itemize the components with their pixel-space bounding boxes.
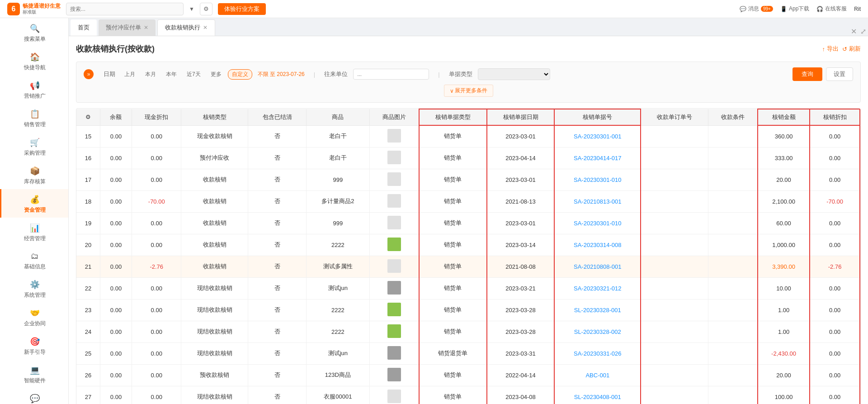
sidebar-item-label: 基础信息: [24, 263, 46, 271]
tab-close-receipt[interactable]: ✕: [203, 24, 208, 31]
cell-verify-bill-no[interactable]: SA-20230321-012: [554, 277, 641, 299]
date-tag-last-month[interactable]: 上月: [121, 70, 139, 79]
sidebar-item-label: 搜索菜单: [24, 35, 46, 43]
cell-verify-amount: 10.00: [758, 277, 810, 299]
sidebar-item-guide[interactable]: 🎯 新手引导: [0, 331, 68, 360]
cell-verify-bill-no[interactable]: SA-20230301-010: [554, 212, 641, 234]
col-receipt-condition: 收款条件: [708, 109, 758, 125]
table-row: 24 0.00 0.00 现结收款核销 否 2222 销货单 2023-03-2…: [76, 321, 860, 342]
cell-goods-img: [369, 169, 419, 190]
cell-verify-bill-no[interactable]: SL-20230408-001: [554, 386, 641, 404]
maximize-window-icon[interactable]: ⤢: [860, 27, 866, 36]
cell-verify-bill-date: 2023-04-14: [487, 147, 555, 169]
home-icon: 🏠: [30, 52, 40, 62]
partner-filter-input[interactable]: [353, 69, 429, 80]
cell-no: 18: [76, 190, 100, 212]
cell-cash-discount: 0.00: [132, 125, 181, 147]
cell-verify-bill-no[interactable]: SA-20210808-001: [554, 256, 641, 277]
cell-verify-bill-no[interactable]: SL-20230328-001: [554, 299, 641, 321]
tab-receipt[interactable]: 收款核销执行 ✕: [157, 19, 215, 36]
cell-no: 22: [76, 277, 100, 299]
date-tag-7days[interactable]: 近7天: [183, 70, 204, 79]
cell-goods-img: [369, 190, 419, 212]
cell-verify-bill-type: 销货单: [419, 212, 487, 234]
cell-verify-bill-no[interactable]: SA-20230414-017: [554, 147, 641, 169]
sidebar-item-base[interactable]: 🗂 基础信息: [0, 246, 68, 274]
cell-include-settled: 否: [248, 386, 307, 404]
top-dropdown[interactable]: ▼: [189, 6, 194, 12]
sidebar-item-management[interactable]: 📊 经营管理: [0, 218, 68, 246]
close-window-icon[interactable]: ✕: [851, 27, 857, 36]
cell-verify-bill-no[interactable]: SA-20230301-010: [554, 169, 641, 190]
cell-verify-bill-no[interactable]: SL-20230328-002: [554, 321, 641, 342]
export-button[interactable]: ↑ 导出: [822, 45, 839, 53]
tab-prepay[interactable]: 预付冲应付单 ✕: [99, 19, 156, 36]
expand-filter-button[interactable]: ∨ 展开更多条件: [444, 85, 493, 97]
cell-verify-amount: 100.00: [758, 386, 810, 404]
sidebar-item-wechat[interactable]: 💬 企业微信: [0, 388, 68, 404]
date-tag-custom[interactable]: 自定义: [228, 69, 252, 80]
sidebar-item-hardware[interactable]: 💻 智能硬件: [0, 360, 68, 388]
cell-balance: 0.00: [100, 169, 132, 190]
cell-verify-discount: 0.00: [810, 147, 860, 169]
cell-verify-amount: 1,000.00: [758, 234, 810, 256]
sidebar-item-nav[interactable]: 🏠 快捷导航: [0, 47, 68, 75]
cell-verify-discount: -2.76: [810, 256, 860, 277]
export-icon: ↑: [822, 46, 826, 52]
cell-receipt-condition: [708, 190, 758, 212]
gear-button[interactable]: ⚙: [200, 3, 212, 15]
cell-no: 16: [76, 147, 100, 169]
messages-button[interactable]: 💬 消息 99+: [740, 5, 773, 13]
cell-verify-bill-date: 2023-03-01: [487, 169, 555, 190]
toggle-filter-button[interactable]: »: [84, 69, 94, 79]
table-row: 15 0.00 0.00 现金收款核销 否 老白干 销货单 2023-03-01…: [76, 125, 860, 147]
user-avatar[interactable]: Rit: [854, 6, 861, 12]
cell-goods: 衣服00001: [307, 386, 370, 404]
cell-verify-bill-date: 2022-04-14: [487, 364, 555, 386]
online-service-button[interactable]: 🎧 在线客服: [816, 5, 847, 13]
setting-button[interactable]: 设置: [826, 67, 853, 81]
cell-balance: 0.00: [100, 190, 132, 212]
sidebar-item-inventory[interactable]: 📦 库存核算: [0, 161, 68, 189]
logo-text: 畅捷通谱好生意 标准版: [23, 3, 61, 14]
sidebar-item-finance[interactable]: 💰 资金管理: [0, 189, 68, 218]
top-search-input[interactable]: [66, 3, 184, 15]
sidebar-item-sales[interactable]: 📋 销售管理: [0, 104, 68, 132]
cell-verify-bill-type: 销货单: [419, 256, 487, 277]
cell-no: 23: [76, 299, 100, 321]
refresh-button[interactable]: ↺ 刷新: [842, 45, 861, 53]
cell-cash-discount: 0.00: [132, 386, 181, 404]
cell-receipt-condition: [708, 342, 758, 364]
cell-verify-bill-no[interactable]: SA-20210813-001: [554, 190, 641, 212]
table-row: 25 0.00 0.00 现结收款核销 否 测试jun 销货退货单 2023-0…: [76, 342, 860, 364]
cell-verify-bill-date: 2023-03-28: [487, 299, 555, 321]
sidebar-item-label: 销售管理: [24, 121, 46, 128]
main-layout: 🔍 搜索菜单 🏠 快捷导航 📢 营销推广 📋 销售管理 🛒 采购管理 📦 库存核…: [0, 18, 868, 404]
cell-verify-bill-no[interactable]: SA-20230331-026: [554, 342, 641, 364]
cell-verify-bill-no[interactable]: ABC-001: [554, 364, 641, 386]
table-row: 17 0.00 0.00 收款核销 否 999 销货单 2023-03-01 S…: [76, 169, 860, 190]
industry-button[interactable]: 体验行业方案: [218, 3, 266, 15]
filter-row: » 日期 上月 本月 本年 近7天 更多 自定义 不限 至 2023-07-26…: [84, 67, 853, 81]
app-download-button[interactable]: 📱 App下载: [780, 5, 809, 13]
cell-goods-img: [369, 321, 419, 342]
table-row: 18 0.00 -70.00 收款核销 否 多计量商品2 销货单 2021-08…: [76, 190, 860, 212]
date-tag-this-month[interactable]: 本月: [142, 70, 160, 79]
sidebar-item-system[interactable]: ⚙️ 系统管理: [0, 274, 68, 303]
bill-type-filter-select[interactable]: [478, 68, 550, 80]
sidebar-item-purchase[interactable]: 🛒 采购管理: [0, 132, 68, 161]
sidebar-item-collab[interactable]: 🤝 企业协同: [0, 303, 68, 331]
date-tag-this-year[interactable]: 本年: [162, 70, 180, 79]
cell-balance: 0.00: [100, 299, 132, 321]
cell-verify-bill-no[interactable]: SA-20230301-001: [554, 125, 641, 147]
tab-close-prepay[interactable]: ✕: [144, 24, 148, 31]
cell-verify-bill-no[interactable]: SA-20230314-008: [554, 234, 641, 256]
cell-cash-discount: 0.00: [132, 212, 181, 234]
tab-home[interactable]: 首页: [71, 19, 97, 36]
date-tag-more[interactable]: 更多: [207, 70, 225, 79]
cell-receipt-order-no: [641, 190, 708, 212]
sidebar-item-marketing[interactable]: 📢 营销推广: [0, 75, 68, 104]
cell-receipt-condition: [708, 169, 758, 190]
query-button[interactable]: 查询: [793, 67, 822, 81]
sidebar-item-search[interactable]: 🔍 搜索菜单: [0, 18, 68, 47]
